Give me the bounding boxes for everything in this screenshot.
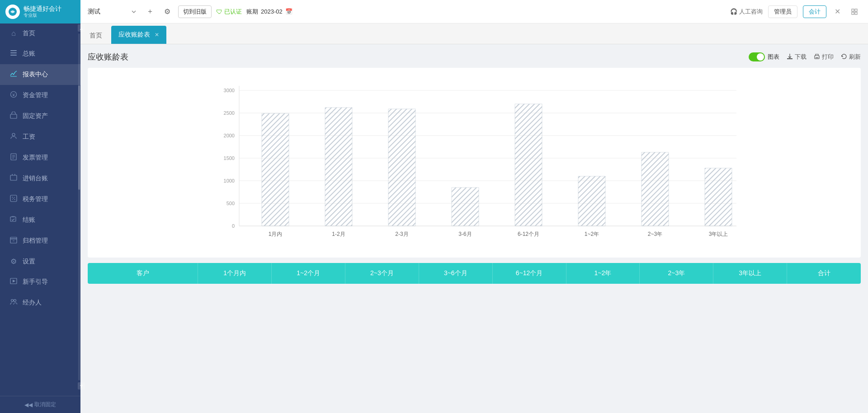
add-company-btn[interactable]: ＋ — [144, 5, 156, 18]
logo-icon — [5, 5, 20, 19]
sidebar-label-archive: 归档管理 — [23, 237, 48, 245]
sidebar-item-wages[interactable]: 工资 — [0, 127, 80, 147]
company-dropdown-btn[interactable] — [128, 6, 139, 17]
reports-icon — [9, 70, 18, 79]
shield-icon: 🛡 — [216, 8, 222, 15]
page-title: 应收账龄表 — [88, 52, 128, 62]
consultation-label: 人工咨询 — [739, 8, 763, 16]
svg-rect-25 — [852, 9, 854, 11]
sidebar-item-invoice[interactable]: 发票管理 — [0, 147, 80, 168]
svg-text:2000: 2000 — [224, 133, 235, 138]
header-right-area: 🎧 人工咨询 管理员 会计 — [730, 5, 826, 18]
assets-icon — [9, 112, 18, 121]
accountant-btn[interactable]: 会计 — [803, 5, 826, 18]
download-btn[interactable]: 下载 — [787, 53, 807, 61]
table-container: 客户 1个月内 1~2个月 2~3个月 3~6个月 6~12个月 1~2年 2~… — [88, 263, 861, 284]
svg-rect-29 — [815, 56, 819, 59]
expand-window-btn[interactable] — [848, 5, 861, 18]
headset-icon: 🎧 — [730, 8, 737, 15]
tab-home[interactable]: 首页 — [82, 28, 109, 44]
sidebar-item-company[interactable]: 经办人 — [0, 292, 80, 313]
svg-rect-19 — [10, 237, 17, 239]
settings-header-btn[interactable]: ⚙ — [161, 5, 174, 18]
settings-icon: ⚙ — [9, 257, 18, 266]
sidebar-item-checkout[interactable]: 结账 — [0, 210, 80, 230]
chart-svg: 0 500 1000 1500 2000 2500 3000 — [97, 77, 852, 249]
invoice-icon — [9, 153, 18, 162]
guide-icon — [9, 277, 18, 286]
sidebar-logo: 畅捷通好会计 专业版 — [0, 0, 80, 23]
svg-text:2~3年: 2~3年 — [648, 231, 662, 237]
th-1-2years: 1~2年 — [566, 263, 640, 284]
calendar-icon[interactable]: 📅 — [285, 8, 292, 15]
svg-text:2-3月: 2-3月 — [395, 231, 408, 237]
content-area: 应收账龄表 图表 下载 — [80, 44, 868, 413]
sidebar-label-assets: 固定资产 — [23, 112, 48, 120]
sidebar-label-guide: 新手引导 — [23, 278, 48, 286]
svg-rect-26 — [855, 12, 857, 14]
svg-rect-2 — [10, 52, 17, 53]
tab-close-btn[interactable]: ✕ — [155, 32, 159, 38]
svg-rect-49 — [325, 108, 352, 226]
svg-rect-53 — [578, 176, 605, 226]
svg-point-23 — [11, 300, 14, 302]
sidebar-item-ledger[interactable]: 总账 — [0, 43, 80, 64]
svg-rect-50 — [388, 109, 415, 226]
tab-bar: 首页 应收账龄表 ✕ — [80, 23, 868, 44]
main-area: 测试 ＋ ⚙ 切到旧版 🛡 已认证 账期 2023-02 📅 🎧 人工咨询 管理… — [80, 0, 868, 413]
refresh-label: 刷新 — [849, 53, 861, 61]
certified-badge: 🛡 已认证 — [216, 8, 242, 16]
svg-rect-30 — [816, 57, 818, 58]
svg-rect-3 — [10, 55, 17, 56]
print-label: 打印 — [822, 53, 834, 61]
page-actions: 图表 下载 打印 — [749, 52, 861, 61]
sidebar-item-capital[interactable]: ¥ 资金管理 — [0, 85, 80, 106]
consultation-btn[interactable]: 🎧 人工咨询 — [730, 8, 763, 16]
print-btn[interactable]: 打印 — [814, 53, 834, 61]
logo-text: 畅捷通好会计 — [24, 5, 61, 13]
tax-icon — [9, 195, 18, 204]
cancel-fixed-btn[interactable]: ◀◀ 取消固定 — [0, 396, 80, 413]
svg-text:1000: 1000 — [224, 178, 235, 183]
checkout-icon — [9, 216, 18, 225]
svg-rect-17 — [10, 217, 16, 221]
sidebar-item-tax[interactable]: 税务管理 — [0, 189, 80, 210]
tab-aging-label: 应收账龄表 — [118, 31, 150, 39]
sidebar-item-home[interactable]: ⌂ 首页 — [0, 23, 80, 43]
sidebar-item-settings[interactable]: ⚙ 设置 — [0, 251, 80, 272]
scroll-up-arrow[interactable]: ▲ — [78, 24, 85, 32]
svg-rect-12 — [10, 175, 17, 180]
close-window-btn[interactable]: ✕ — [831, 5, 844, 18]
sidebar-item-archive[interactable]: 归档管理 — [0, 230, 80, 251]
svg-text:0: 0 — [232, 223, 235, 229]
svg-text:1~2年: 1~2年 — [585, 231, 599, 237]
scroll-down-arrow[interactable]: ▼ — [78, 382, 85, 390]
manager-btn[interactable]: 管理员 — [768, 5, 797, 18]
sidebar-label-reports: 报表中心 — [23, 70, 48, 79]
refresh-btn[interactable]: 刷新 — [841, 53, 861, 61]
sidebar-item-reports[interactable]: 报表中心 — [0, 64, 80, 85]
sidebar-label-purchase: 进销台账 — [23, 174, 48, 183]
tab-aging[interactable]: 应收账龄表 ✕ — [111, 26, 166, 44]
svg-point-7 — [12, 133, 15, 136]
svg-text:¥: ¥ — [12, 93, 15, 97]
svg-point-16 — [14, 199, 15, 200]
svg-rect-6 — [10, 114, 17, 118]
home-icon: ⌂ — [9, 29, 18, 38]
sidebar-nav: ⌂ 首页 总账 报表中心 ¥ 资金管理 固定资产 — [0, 23, 80, 396]
svg-rect-28 — [852, 12, 854, 14]
chart-toggle[interactable] — [749, 52, 765, 61]
svg-rect-27 — [855, 9, 857, 11]
svg-text:3-6月: 3-6月 — [458, 231, 472, 237]
period-value: 2023-02 — [261, 8, 283, 15]
sidebar-label-home: 首页 — [23, 29, 35, 38]
th-total: 合计 — [787, 263, 861, 284]
sidebar-item-purchase[interactable]: 进销台账 — [0, 168, 80, 189]
download-label: 下载 — [795, 53, 807, 61]
sidebar-item-assets[interactable]: 固定资产 — [0, 106, 80, 127]
sidebar-label-company: 经办人 — [23, 299, 42, 307]
th-6-12months: 6~12个月 — [493, 263, 566, 284]
svg-rect-55 — [705, 168, 732, 226]
switch-old-btn[interactable]: 切到旧版 — [178, 5, 212, 18]
sidebar-item-guide[interactable]: 新手引导 — [0, 272, 80, 292]
